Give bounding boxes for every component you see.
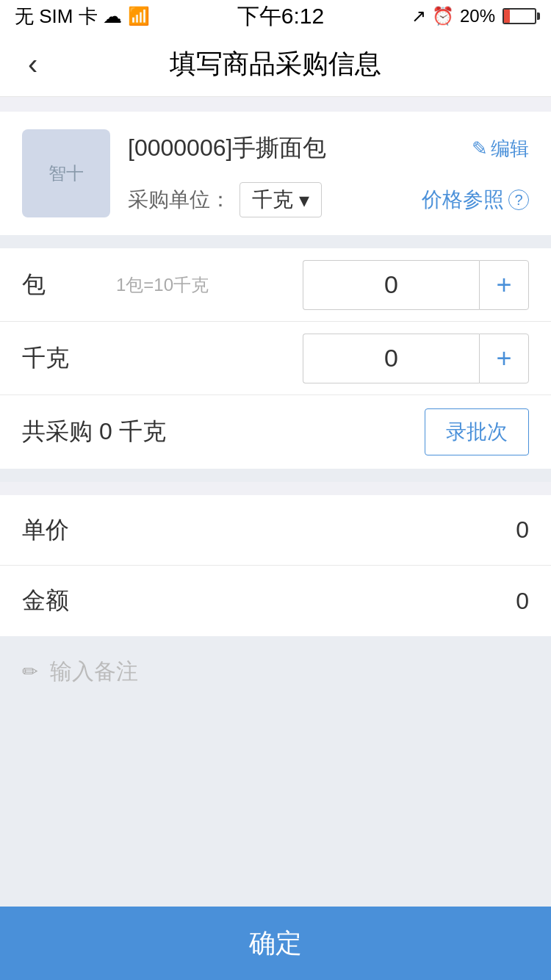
battery-icon [503, 8, 536, 24]
bag-input-wrap: 0 + [209, 260, 529, 310]
product-image: 智十 [22, 129, 110, 217]
section-divider-2 [0, 469, 551, 482]
section-divider-1 [0, 235, 551, 248]
kg-plus-button[interactable]: + [479, 334, 529, 383]
notes-placeholder: 输入备注 [50, 657, 138, 687]
bag-plus-button[interactable]: + [479, 260, 529, 310]
kg-label: 千克 [22, 342, 110, 375]
batch-button[interactable]: 录批次 [425, 408, 529, 455]
back-button[interactable]: ‹ [21, 40, 45, 88]
unit-row: 采购单位： 千克 ▾ 价格参照 ? [128, 182, 529, 217]
product-info: [0000006]手撕面包 ✎ 编辑 采购单位： 千克 ▾ 价格参照 ? [128, 129, 529, 217]
summary-text: 共采购 0 千克 [22, 416, 166, 448]
input-section: 包 1包=10千克 0 + 千克 0 + [0, 248, 551, 395]
bag-input-field[interactable]: 0 [303, 260, 479, 310]
bag-sub-label: 1包=10千克 [116, 273, 209, 297]
amount-label: 金额 [22, 585, 69, 617]
product-name-row: [0000006]手撕面包 ✎ 编辑 [128, 132, 529, 165]
status-left: 无 SIM 卡 ☁ 📶 [15, 4, 150, 29]
unit-value: 千克 [252, 186, 293, 214]
pencil-icon: ✏ [22, 660, 38, 683]
wifi-icon: 📶 [128, 6, 150, 26]
location-icon: ↗ [411, 6, 426, 26]
kg-input-wrap: 0 + [110, 334, 529, 383]
alarm-icon: ⏰ [432, 6, 454, 26]
unit-left: 采购单位： 千克 ▾ [128, 182, 322, 217]
edit-icon: ✎ [472, 137, 488, 160]
battery-percent: 20% [460, 6, 495, 26]
unit-label: 采购单位： [128, 186, 231, 214]
edit-label: 编辑 [491, 136, 529, 162]
status-time: 下午6:12 [237, 1, 324, 32]
status-right: ↗ ⏰ 20% [411, 6, 536, 26]
price-section: 单价 0 金额 0 [0, 495, 551, 636]
product-name: [0000006]手撕面包 [128, 132, 326, 165]
kg-input-row: 千克 0 + [0, 322, 551, 395]
summary-row: 共采购 0 千克 录批次 [0, 395, 551, 469]
bag-input-row: 包 1包=10千克 0 + [0, 248, 551, 322]
notes-section[interactable]: ✏ 输入备注 [0, 636, 551, 707]
price-ref-label: 价格参照 [422, 186, 504, 214]
nav-bar: ‹ 填写商品采购信息 [0, 32, 551, 97]
bag-label: 包 [22, 269, 110, 301]
confirm-button[interactable]: 确定 [0, 907, 551, 980]
status-bar: 无 SIM 卡 ☁ 📶 下午6:12 ↗ ⏰ 20% [0, 0, 551, 32]
edit-button[interactable]: ✎ 编辑 [472, 136, 529, 162]
price-ref-button[interactable]: 价格参照 ? [422, 186, 529, 214]
unit-price-value: 0 [516, 516, 529, 544]
sim-label: 无 SIM 卡 ☁ [15, 4, 122, 29]
unit-price-label: 单价 [22, 514, 69, 547]
unit-price-row: 单价 0 [0, 495, 551, 566]
dropdown-arrow-icon: ▾ [299, 188, 309, 212]
product-card: 智十 [0000006]手撕面包 ✎ 编辑 采购单位： 千克 ▾ 价格参照 ? [0, 112, 551, 235]
kg-input-field[interactable]: 0 [303, 334, 479, 383]
help-icon: ? [508, 190, 529, 210]
page-title: 填写商品采购信息 [170, 46, 381, 82]
unit-select[interactable]: 千克 ▾ [240, 182, 322, 217]
bottom-spacer [0, 707, 551, 928]
amount-row: 金额 0 [0, 566, 551, 636]
amount-value: 0 [516, 588, 529, 615]
